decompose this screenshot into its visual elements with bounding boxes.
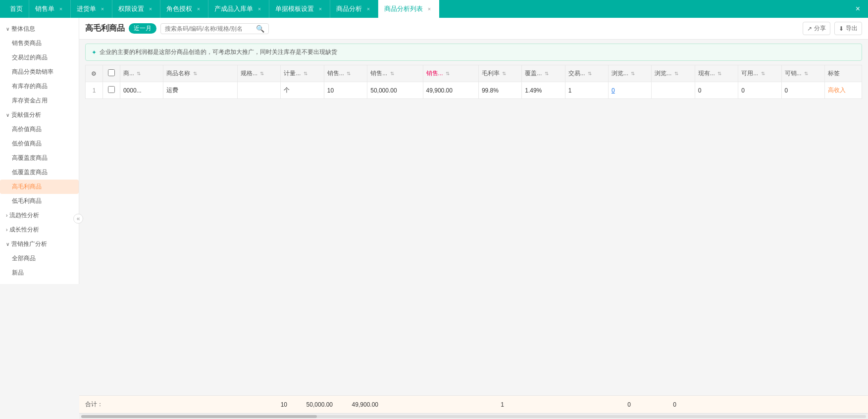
col-coverage[interactable]: 覆盖... ⇅ [522,65,565,82]
col-sales-profit[interactable]: 销售... ⇅ [423,65,478,82]
col-views1[interactable]: 浏览... ⇅ [609,65,652,82]
col-code[interactable]: 商... ⇅ [120,65,163,82]
search-input[interactable] [165,25,254,32]
total-label: 合计： [85,400,115,409]
cell-sales-amount: 50,000.00 [367,82,423,99]
sidebar-item-all-goods[interactable]: 全部商品 [0,251,79,266]
sort-icon-coverage: ⇅ [545,71,549,76]
nav-product-inbound[interactable]: 产成品入库单 × [208,0,269,18]
nav-template-settings[interactable]: 单据模板设置 × [269,0,330,18]
sidebar-group-trend[interactable]: › 流趋性分析 [0,208,79,223]
sidebar-item-stocked-goods[interactable]: 有库存的商品 [0,79,79,93]
info-banner: ✦ 企业的主要的利润都是这部分商品创造的，可考虑加大推广，同时关注库存是不要出现… [85,44,862,61]
col-gross-margin[interactable]: 毛利率 ⇅ [478,65,521,82]
data-table: ⚙ 商... ⇅ 商品名称 ⇅ [85,65,862,99]
sidebar: ∨ 整体信息 销售类商品 交易过的商品 商品分类助销率 有库存的商品 库存资金占… [0,18,79,284]
nav-sales-order[interactable]: 销售单 × [29,0,71,18]
select-all-checkbox[interactable] [108,69,115,76]
sort-icon-sales-profit: ⇅ [446,71,450,76]
cell-coverage: 1.49% [522,82,565,99]
sidebar-group-contribution[interactable]: ∨ 贡献值分析 [0,108,79,122]
col-name[interactable]: 商品名称 ⇅ [163,65,238,82]
arrow-icon-contribution: ∨ [6,112,9,118]
close-tab-analysis[interactable]: × [365,5,372,12]
nav-product-analysis[interactable]: 商品分析 × [330,0,378,18]
row-checkbox-cell[interactable] [102,82,120,99]
collapse-sidebar-button[interactable]: « [73,214,83,224]
time-filter-button[interactable]: 近一月 [129,23,156,34]
sidebar-item-high-value[interactable]: 高价值商品 [0,122,79,137]
arrow-icon-marketing: ∨ [6,241,9,247]
sidebar-item-sales-goods[interactable]: 销售类商品 [0,36,79,50]
cell-gross-margin: 99.8% [478,82,521,99]
close-tab-permission[interactable]: × [147,5,154,12]
scrollbar-thumb[interactable] [81,415,317,418]
search-box: 🔍 [160,23,269,34]
col-tag[interactable]: 标签 [824,65,862,82]
cell-views2 [652,82,695,99]
sort-icon-views1: ⇅ [631,71,635,76]
cell-available-stock: 0 [738,82,781,99]
close-tab-analysis-list[interactable]: × [426,5,433,12]
close-tab-sales[interactable]: × [57,5,64,12]
close-tab-purchase[interactable]: × [99,5,106,12]
col-settings[interactable]: ⚙ [86,65,103,82]
sidebar-item-new-goods[interactable]: 新品 [0,266,79,280]
col-checkbox[interactable] [102,65,120,82]
nav-role-auth[interactable]: 角色授权 × [160,0,208,18]
sidebar-item-high-coverage[interactable]: 高覆盖度商品 [0,151,79,165]
footer-sales-profit: 49,900.00 [342,401,381,408]
sort-icon-available-stock: ⇅ [761,71,765,76]
sidebar-group-overall[interactable]: ∨ 整体信息 [0,22,79,36]
sidebar-item-low-value[interactable]: 低价值商品 [0,137,79,151]
sidebar-item-low-coverage[interactable]: 低覆盖度商品 [0,165,79,180]
cell-transactions: 1 [565,82,608,99]
close-tab-template[interactable]: × [317,5,324,12]
sort-icon-transactions: ⇅ [588,71,592,76]
export-button[interactable]: ⬇ 导出 [834,22,862,35]
col-sales-count[interactable]: 销售... ⇅ [324,65,367,82]
cell-tag: 高收入 [824,82,862,99]
col-unit[interactable]: 计量... ⇅ [281,65,324,82]
search-icon[interactable]: 🔍 [256,25,264,33]
sort-icon-sales-amount: ⇅ [390,71,394,76]
share-button[interactable]: ↗ 分享 [803,22,830,35]
col-sellable-stock[interactable]: 可销... ⇅ [781,65,824,82]
sidebar-item-category-sales-rate[interactable]: 商品分类助销率 [0,65,79,79]
table-container[interactable]: ⚙ 商... ⇅ 商品名称 ⇅ [79,65,868,395]
sidebar-item-low-margin[interactable]: 低毛利商品 [0,194,79,208]
sidebar-item-stock-capital[interactable]: 库存资金占用 [0,93,79,108]
footer-available-stock: 0 [640,401,679,408]
horizontal-scrollbar[interactable] [79,413,868,419]
nav-home[interactable]: 首页 [4,0,29,18]
nav-purchase-order[interactable]: 进货单 × [71,0,112,18]
row-checkbox[interactable] [108,86,115,93]
cell-name: 运费 [163,82,238,99]
row-number: 1 [86,82,103,99]
col-spec[interactable]: 规格... ⇅ [238,65,281,82]
nav-permission-settings[interactable]: 权限设置 × [112,0,160,18]
sort-icon-code: ⇅ [137,71,141,76]
sidebar-wrapper: ∨ 整体信息 销售类商品 交易过的商品 商品分类助销率 有库存的商品 库存资金占… [0,18,79,419]
arrow-icon: ∨ [6,26,9,32]
top-navigation: 首页 销售单 × 进货单 × 权限设置 × 角色授权 × 产成品入库单 × 单据… [0,0,868,18]
col-views2[interactable]: 浏览... ⇅ [652,65,695,82]
scrollbar-track [81,415,866,418]
footer-total-bar: 合计： 10 50,000.00 49,900.00 1 0 0 [79,395,868,413]
sidebar-item-traded-goods[interactable]: 交易过的商品 [0,50,79,65]
col-current-stock[interactable]: 现有... ⇅ [695,65,738,82]
footer-current-stock: 0 [594,401,634,408]
table-header-row: ⚙ 商... ⇅ 商品名称 ⇅ [86,65,862,82]
sidebar-group-growth[interactable]: › 成长性分析 [0,223,79,237]
cell-sellable-stock: 0 [781,82,824,99]
sort-icon-views2: ⇅ [674,71,678,76]
close-tab-inbound[interactable]: × [256,5,263,12]
window-close-button[interactable]: × [852,4,864,13]
sidebar-group-marketing[interactable]: ∨ 营销推广分析 [0,237,79,251]
col-transactions[interactable]: 交易... ⇅ [565,65,608,82]
col-available-stock[interactable]: 可用... ⇅ [738,65,781,82]
close-tab-role[interactable]: × [195,5,202,12]
col-sales-amount[interactable]: 销售... ⇅ [367,65,423,82]
sidebar-item-high-margin[interactable]: 高毛利商品 [0,180,79,194]
nav-analysis-list[interactable]: 商品分析列表 × [378,0,439,18]
